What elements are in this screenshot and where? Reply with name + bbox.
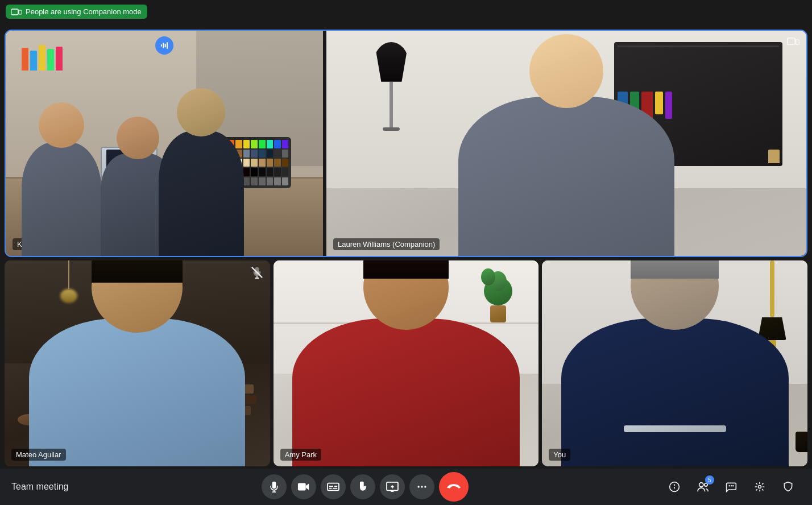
svg-rect-6 [788,38,796,45]
svg-point-21 [421,486,423,487]
camera-button[interactable] [291,474,316,499]
bottom-bar: Team meeting [0,469,812,505]
chat-button[interactable] [719,474,744,499]
svg-rect-7 [796,40,799,45]
companion-badge-text: People are using Companion mode [26,7,142,16]
captions-button[interactable] [321,474,346,499]
mateo-name-label: Mateo Aguilar [11,449,66,461]
video-tile-mateo: Mateo Aguilar [5,260,270,466]
controls-right: 5 [662,474,801,499]
companion-badge-icon [11,8,22,16]
video-tile-lauren: Lauren Williams (Companion) [326,31,806,256]
muted-icon [251,266,263,279]
svg-point-26 [699,483,703,487]
svg-rect-2 [161,44,162,47]
svg-point-22 [424,486,426,487]
raise-hand-button[interactable] [350,474,375,499]
svg-rect-0 [11,9,18,15]
safety-button[interactable] [776,474,801,499]
present-button[interactable] [380,474,405,499]
video-grid: Kirkland (room) [5,30,807,466]
svg-point-31 [759,486,761,489]
controls-center [262,472,469,502]
you-name-label: You [549,449,570,461]
mic-button[interactable] [262,474,287,499]
video-tile-amy: Amy Park [274,260,539,466]
people-count-badge: 5 [705,475,714,485]
people-button[interactable]: 5 [690,474,715,499]
svg-rect-3 [163,43,164,48]
end-call-button[interactable] [439,472,469,502]
top-row-featured: Kirkland (room) [5,30,807,257]
video-tile-you: You [542,260,807,466]
amy-name-label: Amy Park [280,449,321,461]
more-options-button[interactable] [409,474,434,499]
companion-mode-badge: People are using Companion mode [6,5,147,19]
lauren-name-label: Lauren Williams (Companion) [333,238,440,250]
companion-mode-icon [787,36,799,47]
video-tile-kirkland: Kirkland (room) [6,31,323,256]
svg-rect-1 [19,10,22,14]
svg-rect-13 [298,483,306,491]
meeting-info-button[interactable] [662,474,687,499]
bottom-row: Mateo Aguilar [5,260,807,466]
svg-rect-4 [165,44,166,48]
activities-button[interactable] [747,474,772,499]
active-speaker-icon [155,36,173,55]
svg-point-20 [418,486,420,487]
svg-rect-5 [167,42,168,49]
meeting-title: Team meeting [11,482,69,492]
